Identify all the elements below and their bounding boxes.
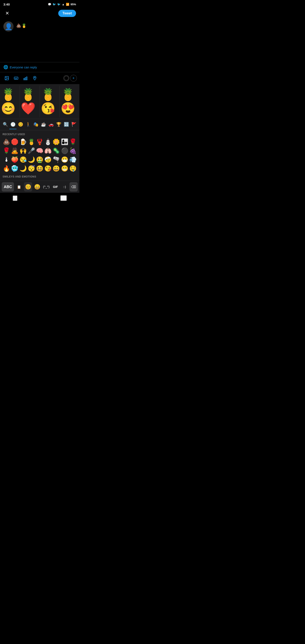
emoji-big-grin[interactable]: 😄 [52, 164, 60, 173]
emoji-category-tabs: 🔍 🕐 😊 🚶 🎭 ☕ 🚗 🏆 🔣 🚩 [0, 119, 80, 130]
emoji-pineapple[interactable]: 🍍 [28, 138, 35, 146]
emoji-brain[interactable]: 🧠 [36, 146, 44, 155]
emoji-cold[interactable]: 🥶 [11, 164, 19, 173]
emoticon-icon: :-) [63, 185, 66, 188]
emoji-bubble[interactable]: 🫗 [52, 155, 60, 164]
emoji-thermometer[interactable]: 🌡 [2, 155, 10, 164]
emoji-lobster[interactable]: 🦞 [36, 138, 44, 146]
compose-toolbar: GIF + [0, 72, 80, 84]
kb-kaomoji-button[interactable]: (^_^) [42, 182, 50, 192]
emoji-drool[interactable]: 🤤 [69, 164, 77, 173]
emoji-bow[interactable]: 🙇 [11, 146, 19, 155]
emoji-microbe[interactable]: 🦠 [52, 146, 60, 155]
emoji-picker: 🍍😊 🍍❤️ 🍍😘 🍍😍 🔍 🕐 😊 🚶 🎭 ☕ 🚗 🏆 🔣 🚩 RECENTL… [0, 84, 80, 193]
emoji-crescent[interactable]: 🌙 [28, 155, 35, 164]
gif-button[interactable]: GIF [12, 74, 20, 82]
kb-backspace-button[interactable]: ⌫ [70, 182, 78, 192]
smileys-label: SMILEYS AND EMOTIONS [2, 175, 77, 178]
emoji-grapes[interactable]: 🍇 [69, 146, 77, 155]
svg-point-1 [6, 77, 6, 78]
tweet-content-area[interactable]: 💩🍍 [16, 22, 76, 60]
emoji-poop[interactable]: 💩 [2, 138, 10, 146]
add-content-button[interactable]: + [70, 75, 77, 82]
emoji-rose[interactable]: 🌹 [69, 138, 77, 146]
poll-button[interactable] [21, 74, 30, 82]
svg-rect-5 [25, 78, 26, 80]
sticker-icon: 😄 [34, 184, 40, 190]
emoji-kiss[interactable]: 😘 [44, 164, 52, 173]
kb-abc-button[interactable]: ABC [2, 182, 14, 192]
emoji-mic[interactable]: 🎤 [28, 146, 35, 155]
battery-text: 95% [70, 3, 76, 6]
emoji-wind[interactable]: 💨 [69, 155, 77, 164]
status-bar: 3:40 💬 🐦 🐦 ▲ 📶 95% [0, 0, 80, 8]
cat-recent[interactable]: 🕐 [9, 120, 16, 129]
cat-smiley[interactable]: 😊 [17, 120, 24, 129]
globe-icon: 🌐 [4, 65, 8, 70]
kb-clipboard-button[interactable]: 📋 [15, 182, 23, 192]
emoji-suggestion-3[interactable]: 🍍😘 [40, 86, 60, 117]
cat-object[interactable]: 🏆 [55, 120, 62, 129]
tweet-button[interactable]: Tweet [58, 10, 76, 17]
cat-food[interactable]: ☕ [40, 120, 47, 129]
kb-sticker-button[interactable]: 😄 [33, 182, 41, 192]
char-counter [63, 75, 69, 81]
emoji-family[interactable]: 👨‍👧 [61, 138, 68, 146]
cat-flag[interactable]: 🚩 [70, 120, 78, 129]
emoji-laugh[interactable]: 😆 [36, 164, 44, 173]
switch-keyboard-button[interactable]: ⌨ [60, 195, 67, 201]
emoji-sleepy[interactable]: 😪 [19, 155, 27, 164]
emoji-peach[interactable]: 🍑 [11, 155, 19, 164]
svg-text:GIF: GIF [15, 78, 18, 80]
emoji-lungs[interactable]: 🫁 [44, 146, 52, 155]
recently-used-label: RECENTLY USED [2, 133, 77, 136]
collapse-keyboard-button[interactable]: ▼ [13, 196, 17, 201]
kb-emoticon-button[interactable]: :-) [60, 182, 68, 192]
status-time: 3:40 [4, 2, 10, 6]
svg-point-8 [64, 76, 68, 80]
close-button[interactable]: ✕ [4, 10, 11, 17]
emoji-mask[interactable]: 😷 [61, 155, 68, 164]
reply-settings-label: Everyone can reply [10, 66, 37, 69]
emoji-stop[interactable]: 🛑 [11, 138, 19, 146]
emoji-suggestion-4[interactable]: 🍍😍 [60, 86, 80, 117]
cat-activity[interactable]: 🎭 [32, 120, 40, 129]
emoji-sick[interactable]: 🤮 [36, 155, 44, 164]
emoji-flower[interactable]: 🌼 [52, 138, 60, 146]
cat-symbol[interactable]: 🔣 [63, 120, 70, 129]
recently-used-grid: 💩 🛑 🍺 🍍 🦞 ⛄ 🌼 👨‍👧 🌹 🌹 🙇 🙌 🎤 🧠 🫁 🦠 ⚫ 🍇 🌡 … [2, 138, 77, 173]
emoji-moon[interactable]: 🌙 [19, 164, 27, 173]
clipboard-icon: 📋 [17, 185, 21, 189]
emoji-rose2[interactable]: 🌹 [2, 146, 10, 155]
emoji-hands[interactable]: 🙌 [19, 146, 27, 155]
avatar: 👤 [4, 22, 14, 32]
reply-settings[interactable]: 🌐 Everyone can reply [0, 62, 80, 72]
emoji-suggestion-1[interactable]: 🍍😊 [0, 86, 20, 117]
twitter-icon: 🐦 [52, 3, 56, 6]
emoji-suggestion-2[interactable]: 🍍❤️ [20, 86, 40, 117]
keyboard-bottom-bar: ABC 📋 😊 😄 (^_^) GIF :-) ⌫ [0, 181, 80, 193]
emoji-black-circle[interactable]: ⚫ [61, 146, 68, 155]
emoji-beer[interactable]: 🍺 [19, 138, 27, 146]
emoji-zzz[interactable]: 😴 [28, 164, 35, 173]
compose-area: 👤 💩🍍 [0, 20, 80, 62]
wifi-icon: ▲ [62, 3, 64, 6]
cat-search[interactable]: 🔍 [2, 120, 9, 129]
kb-gif-button[interactable]: GIF [51, 182, 60, 192]
emoji-grin[interactable]: 😁 [61, 164, 68, 173]
location-button[interactable] [30, 74, 39, 82]
cat-person[interactable]: 🚶 [24, 120, 32, 129]
message-icon: 💬 [48, 3, 51, 6]
emoji-snowman[interactable]: ⛄ [44, 138, 52, 146]
twitter-icon-2: 🐦 [57, 3, 60, 6]
cat-travel[interactable]: 🚗 [48, 120, 55, 129]
emoji-fire[interactable]: 🔥 [2, 164, 10, 173]
kb-emoji-button[interactable]: 😊 [24, 182, 32, 192]
system-bottom-bar: ▼ ⌨ [0, 193, 80, 203]
emoji-grid-section: RECENTLY USED 💩 🛑 🍺 🍍 🦞 ⛄ 🌼 👨‍👧 🌹 🌹 🙇 🙌 … [0, 130, 80, 181]
status-icons: 💬 🐦 🐦 ▲ 📶 95% [48, 3, 76, 6]
emoji-injured[interactable]: 🤕 [44, 155, 52, 164]
avatar-image: 👤 [4, 22, 14, 32]
image-button[interactable] [2, 74, 11, 82]
tweet-text: 💩🍍 [16, 23, 27, 28]
